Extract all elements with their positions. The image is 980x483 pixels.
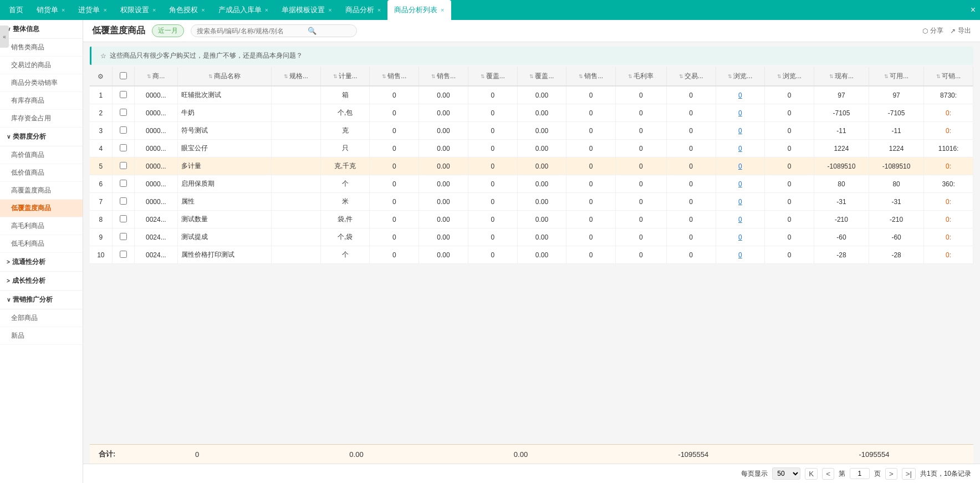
row-checkbox[interactable] <box>120 126 127 134</box>
nav-tab-analysis[interactable]: 商品分析 × <box>339 0 387 20</box>
row-checkbox[interactable] <box>120 144 127 151</box>
sidebar-item-high-value[interactable]: 高价值商品 <box>0 146 83 164</box>
nav-tab-templates[interactable]: 单据模板设置 × <box>275 0 338 20</box>
sellable-col-header[interactable]: ⇅可销... <box>924 67 973 86</box>
prev-page-button[interactable]: < <box>822 468 834 480</box>
checkbox-col-header[interactable] <box>112 67 134 86</box>
row-browse1[interactable]: 0 <box>716 122 765 140</box>
nav-tab-sales[interactable]: 销货单 × <box>30 0 72 20</box>
export-button[interactable]: ↗ 导出 <box>950 26 971 35</box>
trade-col-header[interactable]: ⇅交易... <box>666 67 716 86</box>
next-page-button[interactable]: > <box>885 468 897 480</box>
code-col-header[interactable]: ⇅商... <box>135 67 177 86</box>
row-browse1[interactable]: 0 <box>716 228 765 246</box>
row-checkbox-cell[interactable] <box>112 122 134 140</box>
row-checkbox-cell[interactable] <box>112 104 134 122</box>
sidebar-section-cluster[interactable]: ∨ 类群度分析 <box>0 128 83 146</box>
close-icon[interactable]: × <box>152 0 156 20</box>
name-col-header[interactable]: ⇅商品名称 <box>177 67 272 86</box>
sidebar-item-high-margin[interactable]: 高毛利商品 <box>0 217 83 235</box>
sidebar-item-low-value[interactable]: 低价值商品 <box>0 164 83 182</box>
sidebar-item-new-products[interactable]: 新品 <box>0 327 83 345</box>
row-checkbox[interactable] <box>120 251 127 258</box>
sidebar-item-category-rate[interactable]: 商品分类动销率 <box>0 74 83 92</box>
last-page-button[interactable]: >| <box>902 468 916 480</box>
date-filter-button[interactable]: 近一月 <box>152 24 184 37</box>
row-checkbox-cell[interactable] <box>112 86 134 104</box>
close-icon[interactable]: × <box>103 0 106 20</box>
select-all-checkbox[interactable] <box>120 72 127 79</box>
row-checkbox-cell[interactable] <box>112 193 134 211</box>
row-checkbox-cell[interactable] <box>112 211 134 228</box>
cover1-col-header[interactable]: ⇅覆盖... <box>468 67 517 86</box>
sales3-col-header[interactable]: ⇅销售... <box>566 67 616 86</box>
close-icon[interactable]: × <box>328 0 331 20</box>
close-icon[interactable]: × <box>265 0 268 20</box>
sidebar-item-all-products[interactable]: 全部商品 <box>0 309 83 327</box>
browse1-col-header[interactable]: ⇅浏览... <box>716 67 765 86</box>
sidebar-item-in-stock[interactable]: 有库存商品 <box>0 92 83 110</box>
sidebar-section-overall[interactable]: ∨ 整体信息 <box>0 20 83 39</box>
search-input[interactable] <box>197 27 308 35</box>
share-button[interactable]: ⬡ 分享 <box>922 26 943 35</box>
cover2-col-header[interactable]: ⇅覆盖... <box>517 67 566 86</box>
row-browse1[interactable]: 0 <box>716 104 765 122</box>
row-checkbox[interactable] <box>120 180 127 187</box>
nav-tab-purchase[interactable]: 进货单 × <box>72 0 113 20</box>
nav-tab-role[interactable]: 角色授权 × <box>162 0 211 20</box>
row-checkbox-cell[interactable] <box>112 157 134 175</box>
sidebar-section-liquidity[interactable]: > 流通性分析 <box>0 253 83 272</box>
close-icon[interactable]: × <box>377 0 381 20</box>
close-all-button[interactable]: × <box>971 5 976 15</box>
row-checkbox-cell[interactable] <box>112 246 134 264</box>
row-checkbox[interactable] <box>120 162 127 169</box>
sidebar-item-high-coverage[interactable]: 高覆盖度商品 <box>0 182 83 200</box>
close-icon[interactable]: × <box>441 0 444 20</box>
sidebar-item-sales-products[interactable]: 销售类商品 <box>0 39 83 57</box>
browse2-col-header[interactable]: ⇅浏览... <box>765 67 814 86</box>
close-icon[interactable]: × <box>62 0 65 20</box>
gross-col-header[interactable]: ⇅毛利率 <box>616 67 667 86</box>
nav-tab-permissions[interactable]: 权限设置 × <box>114 0 162 20</box>
row-browse1[interactable]: 0 <box>716 86 765 104</box>
nav-tab-products[interactable]: 产成品入库单 × <box>212 0 275 20</box>
row-checkbox[interactable] <box>120 109 127 116</box>
row-checkbox-cell[interactable] <box>112 140 134 157</box>
row-checkbox[interactable] <box>120 197 127 205</box>
row-checkbox-cell[interactable] <box>112 175 134 193</box>
spec-col-header[interactable]: ⇅规格... <box>272 67 321 86</box>
row-checkbox[interactable] <box>120 233 127 240</box>
row-checkbox[interactable] <box>120 91 127 98</box>
sidebar-item-traded-products[interactable]: 交易过的商品 <box>0 57 83 74</box>
sales1-col-header[interactable]: ⇅销售... <box>370 67 419 86</box>
search-icon[interactable]: 🔍 <box>308 27 317 35</box>
nav-tab-home[interactable]: 首页 <box>2 0 30 20</box>
sales2-col-header[interactable]: ⇅销售... <box>419 67 468 86</box>
row-browse1[interactable]: 0 <box>716 193 765 211</box>
sidebar-section-marketing[interactable]: ∨ 营销推广分析 <box>0 291 83 309</box>
nav-tab-analysis-list[interactable]: 商品分析列表 × <box>387 0 451 20</box>
sidebar-section-growth[interactable]: > 成长性分析 <box>0 272 83 291</box>
unit-col-header[interactable]: ⇅计量... <box>320 67 370 86</box>
current-col-header[interactable]: ⇅现有... <box>814 67 869 86</box>
row-checkbox[interactable] <box>120 215 127 222</box>
row-sales3: 0 <box>566 228 616 246</box>
row-code: 0000... <box>135 175 177 193</box>
row-checkbox-cell[interactable] <box>112 228 134 246</box>
sidebar-collapse-button[interactable]: « <box>0 26 9 48</box>
row-browse1[interactable]: 0 <box>716 211 765 228</box>
close-icon[interactable]: × <box>201 0 205 20</box>
row-browse1[interactable]: 0 <box>716 175 765 193</box>
row-browse1[interactable]: 0 <box>716 157 765 175</box>
per-page-select[interactable]: 50 100 200 <box>772 467 800 480</box>
row-trade: 0 <box>666 211 716 228</box>
page-number-input[interactable] <box>850 468 870 479</box>
first-page-button[interactable]: K <box>805 468 818 480</box>
settings-col-header[interactable]: ⚙ <box>90 67 112 86</box>
row-browse1[interactable]: 0 <box>716 140 765 157</box>
available-col-header[interactable]: ⇅可用... <box>869 67 924 86</box>
sidebar-item-low-margin[interactable]: 低毛利商品 <box>0 235 83 253</box>
sidebar-item-capital[interactable]: 库存资金占用 <box>0 110 83 128</box>
sidebar-item-low-coverage[interactable]: 低覆盖度商品 <box>0 200 83 217</box>
row-browse1[interactable]: 0 <box>716 246 765 264</box>
